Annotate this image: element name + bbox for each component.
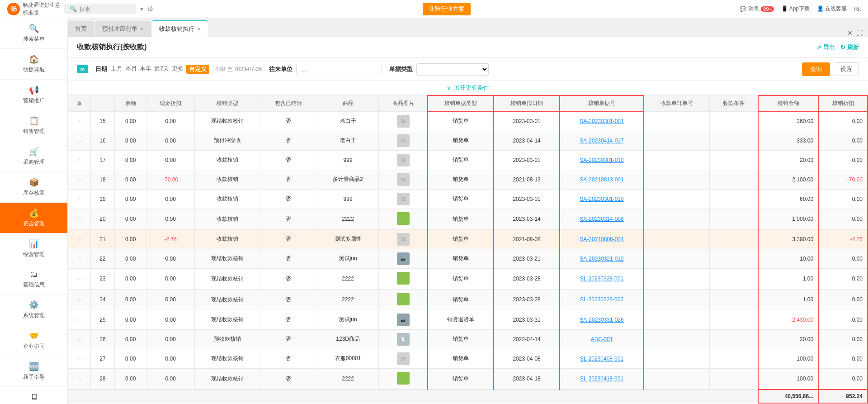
cell-cancel-order-no[interactable]: SA-20230301-010 [560, 150, 644, 170]
sidebar-item-label: 采购管理 [23, 158, 45, 166]
industry-btn[interactable]: 休验行业方案 [423, 3, 471, 15]
cell-cancel-order-no[interactable]: SL-20230328-002 [560, 289, 644, 310]
cell-cancel-order-no[interactable]: SL-20230408-001 [560, 349, 644, 368]
cell-cancel-order-no[interactable]: SA-20210813-001 [560, 170, 644, 189]
cell-collection-condition [709, 289, 758, 310]
cell-cancel-type: 现结收款核销 [195, 368, 260, 390]
online-service[interactable]: 👤 在线客服 [817, 5, 847, 13]
table-wrapper[interactable]: ⚙ 余额 现金折扣 核销类型 包含已结清 商品 商品图片 核销单据类型 核销单报… [68, 95, 868, 404]
cell-cancel-order-no[interactable]: SA-20230414-017 [560, 131, 644, 150]
tab-home[interactable]: 首页 [68, 21, 94, 37]
message-label: 消息 [748, 5, 759, 13]
dropdown-icon[interactable]: ▾ [140, 5, 143, 13]
date-opt-custom[interactable]: 自定义 [186, 65, 209, 74]
sidebar-item-search[interactable]: 🔍 搜索菜单 [0, 18, 67, 49]
cell-cancel-discount: 0.00 [818, 131, 868, 150]
query-btn[interactable]: 查询 [802, 62, 830, 76]
cell-cancel-order-no[interactable]: SL-20230328-001 [560, 268, 644, 289]
tab-collection-close[interactable]: ✕ [197, 27, 201, 32]
date-opt-this-year[interactable]: 本年 [140, 65, 151, 74]
order-type-select[interactable] [416, 63, 489, 76]
table-row: ○ 21 0.00 -2.76 收款核销 否 测试多属性 🖼 销货单 2021-… [68, 229, 868, 249]
tab-prepay-close[interactable]: ✕ [140, 27, 144, 32]
cell-collection-condition [709, 310, 758, 329]
sidebar-item-operation[interactable]: 📊 经营管理 [0, 233, 67, 264]
maximize-btn[interactable]: ⛶ [856, 29, 863, 37]
cell-cancel-amount: 100.00 [758, 349, 818, 368]
sidebar-item-inventory[interactable]: 📦 库存核算 [0, 172, 67, 203]
sidebar-item-marketing[interactable]: 📢 营销推广 [0, 80, 67, 110]
col-collection-condition: 收款条件 [709, 95, 758, 111]
sidebar-item-finance[interactable]: 💰 资金管理 [0, 203, 67, 233]
message-area[interactable]: 💬 消息 99+ [740, 5, 774, 13]
cell-cancel-order-type: 销货单 [428, 368, 494, 390]
enterprise-icon: 🤝 [29, 331, 39, 341]
cell-included: 否 [260, 131, 317, 150]
cell-cancel-order-no[interactable]: SA-20230314-008 [560, 209, 644, 229]
cell-cancel-type: 收款核销 [195, 189, 260, 209]
user-area[interactable]: Rit [854, 6, 861, 12]
cell-cancel-order-no[interactable]: SA-20230301-001 [560, 111, 644, 131]
sidebar-item-enterprise[interactable]: 🤝 企业协同 [0, 325, 67, 356]
cell-balance: 0.00 [115, 249, 146, 268]
tab-prepay[interactable]: 预付冲应付单 ✕ [95, 21, 151, 37]
expand-btn[interactable]: ≫ [77, 65, 88, 73]
tab-collection-label: 收款核销执行 [159, 25, 194, 33]
cell-collection-condition [709, 249, 758, 268]
cell-cancel-order-no[interactable]: SA-20230321-012 [560, 249, 644, 268]
expand-more-bar[interactable]: ∨ 展开更多条件 [68, 81, 868, 95]
cell-cancel-type: 收款核销 [195, 229, 260, 249]
operation-icon: 📊 [29, 239, 39, 249]
date-opt-last-month[interactable]: 上月 [111, 65, 123, 74]
cell-gear: ○ [68, 189, 91, 209]
cell-gear: ○ [68, 368, 91, 390]
tab-collection[interactable]: 收款核销执行 ✕ [152, 20, 208, 37]
col-cancel-order-no: 核销单据号 [560, 95, 644, 111]
unit-input[interactable] [296, 64, 382, 75]
cell-balance: 0.00 [115, 131, 146, 150]
sidebar-item-quicknav[interactable]: 🏠 快捷导航 [0, 49, 67, 80]
cell-cancel-amount: 10.00 [758, 249, 818, 268]
sidebar-item-system[interactable]: ⚙️ 系统管理 [0, 295, 67, 325]
search-input[interactable] [80, 6, 125, 12]
cell-included: 否 [260, 349, 317, 368]
date-opt-7days[interactable]: 近7天 [154, 65, 169, 74]
sidebar-item-label: 基础信息 [23, 281, 45, 289]
cell-cancel-type: 收款核销 [195, 209, 260, 229]
sidebar-item-newbie[interactable]: 🆕 新手引导 [0, 356, 67, 387]
search-bar[interactable]: 🔍 [64, 4, 137, 14]
expand-more-label: 展开更多条件 [454, 84, 489, 92]
cell-collection-order-no [644, 131, 709, 150]
sidebar-item-sales[interactable]: 📋 销售管理 [0, 110, 67, 141]
cell-cancel-amount: 2,100.00 [758, 170, 818, 189]
cell-seq: 24 [90, 289, 114, 310]
cell-product-img: 📷 [379, 249, 428, 268]
cell-collection-condition [709, 150, 758, 170]
cell-collection-condition [709, 189, 758, 209]
cell-cancel-order-no[interactable]: SA-20230331-026 [560, 310, 644, 329]
settings-icon[interactable]: ⚙ [147, 5, 153, 13]
cell-cancel-order-no[interactable]: SA-20210808-001 [560, 229, 644, 249]
sidebar-item-purchase[interactable]: 🛒 采购管理 [0, 141, 67, 172]
main-table: ⚙ 余额 现金折扣 核销类型 包含已结清 商品 商品图片 核销单据类型 核销单报… [68, 95, 868, 404]
cell-collection-condition [709, 329, 758, 349]
tab-actions: ✕ ⛶ [842, 29, 868, 37]
refresh-btn[interactable]: ↻ 刷新 [840, 43, 859, 52]
cell-cancel-order-no[interactable]: SL-20230418-001 [560, 368, 644, 390]
sidebar-item-hardware[interactable]: 🖥 智能硬件 [0, 387, 67, 404]
cell-cancel-date: 2023-03-31 [494, 310, 560, 329]
app-download[interactable]: 📱 App下载 [781, 5, 810, 13]
export-btn[interactable]: ↗ 导出 [816, 43, 835, 52]
sidebar-item-basic[interactable]: 🗂 基础信息 [0, 264, 67, 295]
settings-btn[interactable]: 设置 [834, 62, 859, 76]
cell-cancel-date: 2023-03-28 [494, 289, 560, 310]
cell-cancel-order-no[interactable]: SA-20230301-010 [560, 189, 644, 209]
cell-cancel-order-no[interactable]: ABC-001 [560, 329, 644, 349]
col-cancel-order-type: 核销单据类型 [428, 95, 494, 111]
date-opt-more[interactable]: 更多 [172, 65, 184, 74]
date-opt-this-month[interactable]: 本月 [125, 65, 137, 74]
cell-seq: 18 [90, 170, 114, 189]
close-window-btn[interactable]: ✕ [847, 29, 853, 37]
service-icon: 👤 [817, 5, 824, 12]
cell-cancel-type: 现结收款核销 [195, 310, 260, 329]
